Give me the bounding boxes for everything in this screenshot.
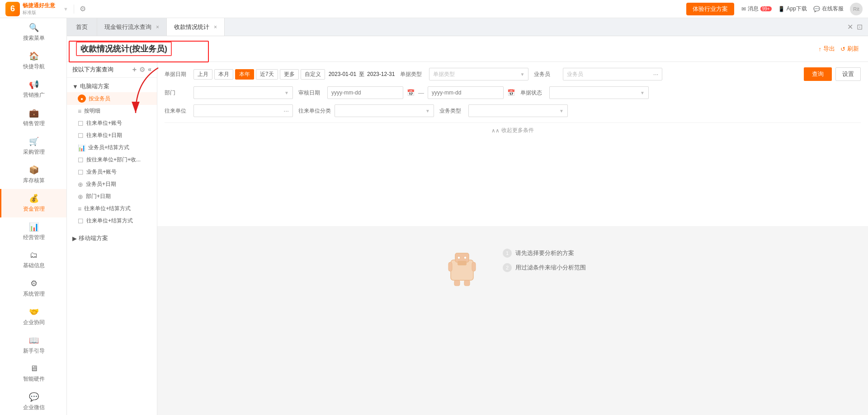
- sidebar-item-nav[interactable]: 🏠 快捷导航: [0, 47, 66, 75]
- staff-more-icon[interactable]: ···: [653, 71, 659, 78]
- scheme-item-dept-date[interactable]: ⊕ 部门+日期: [67, 190, 157, 203]
- sidebar-item-operations[interactable]: 📊 经营管理: [0, 217, 66, 246]
- staff-select[interactable]: 业务员 ···: [563, 68, 662, 80]
- guide-icon: 📖: [29, 335, 39, 345]
- date-tab-this-year[interactable]: 本年: [235, 69, 254, 80]
- filter-group-biztype: 业务类型 ▼: [439, 104, 568, 117]
- sidebar-item-guide[interactable]: 📖 新手引导: [0, 331, 66, 359]
- staff-active-icon: ●: [78, 94, 86, 103]
- date-tab-custom[interactable]: 自定义: [301, 69, 325, 80]
- filter-actions: 查询 设置: [804, 67, 861, 81]
- review-date-end[interactable]: [428, 86, 504, 99]
- tab-bank-flow[interactable]: 现金银行流水查询 ×: [97, 18, 167, 36]
- app-download-btn[interactable]: 📱 App下载: [778, 5, 807, 13]
- scheme-group-desktop-header[interactable]: ▼ 电脑端方案: [67, 80, 157, 92]
- avatar[interactable]: Rit: [850, 3, 863, 15]
- sidebar-item-finance[interactable]: 💰 资金管理: [0, 189, 66, 217]
- partner-more-icon[interactable]: ···: [283, 107, 289, 114]
- svg-rect-5: [448, 262, 452, 271]
- dept-select[interactable]: ▼: [193, 86, 293, 99]
- scheme-panel: 按以下方案查询 + ⚙ « ▼ 电脑端方案: [67, 62, 157, 415]
- scheme-item-partner-date[interactable]: ☐ 往来单位+日期: [67, 129, 157, 141]
- try-solution-btn[interactable]: 体验行业方案: [686, 3, 734, 15]
- partner-date-icon: ☐: [78, 132, 84, 139]
- date-tab-last-month[interactable]: 上月: [193, 69, 212, 80]
- doctype-placeholder: 单据类型: [433, 71, 518, 78]
- online-service-btn[interactable]: 💬 在线客服: [813, 5, 844, 13]
- partner-account-icon: ☐: [78, 120, 84, 127]
- tab-close-all-icon[interactable]: ✕: [847, 23, 853, 31]
- scheme-item-by-detail[interactable]: ≡ 按明细: [67, 105, 157, 117]
- scheme-item-by-staff[interactable]: ● 按业务员: [67, 92, 157, 105]
- calendar-start-icon[interactable]: 📅: [407, 89, 415, 96]
- filter-row-2: 部门 ▼ 审核日期 📅 —: [165, 86, 861, 99]
- biztype-label: 业务类型: [439, 107, 465, 115]
- partner-select[interactable]: ···: [193, 104, 293, 117]
- scheme-item-partner-account[interactable]: ☐ 往来单位+账号: [67, 117, 157, 129]
- doctype-select[interactable]: 单据类型 ▼: [429, 68, 528, 80]
- tab-home[interactable]: 首页: [67, 18, 97, 36]
- sidebar-item-wechat[interactable]: 💬 企业微信: [0, 387, 66, 415]
- scheme-item-staff-account[interactable]: ☐ 业务员+账号: [67, 166, 157, 178]
- sidebar-item-purchase[interactable]: 🛒 采购管理: [0, 132, 66, 160]
- partner-type-select[interactable]: ▼: [335, 104, 434, 117]
- sales-icon: 💼: [29, 108, 39, 118]
- sidebar-item-sales[interactable]: 💼 销售管理: [0, 104, 66, 132]
- scheme-group-mobile-header[interactable]: ▶ 移动端方案: [67, 232, 157, 244]
- refresh-btn[interactable]: ↺ 刷新: [840, 45, 859, 53]
- scheme-collapse-icon[interactable]: «: [148, 66, 151, 74]
- query-btn[interactable]: 查询: [804, 67, 832, 81]
- detail-icon: ≡: [78, 108, 81, 115]
- scheme-item-staff-settle[interactable]: 📊 业务员+结算方式: [67, 141, 157, 154]
- hint-steps: 1 请先选择要分析的方案 2 用过滤条件来缩小分析范围: [503, 244, 586, 272]
- finance-icon: 💰: [29, 193, 39, 203]
- scheme-item-partner-settle3[interactable]: ☐ 往来单位+结算方式: [67, 215, 157, 227]
- collapse-bar[interactable]: ∧∧ 收起更多条件: [165, 123, 861, 138]
- sidebar-item-basic[interactable]: 🗂 基础信息: [0, 246, 66, 274]
- page-header: 收款情况统计(按业务员) ↑ 导出 ↺ 刷新: [67, 36, 868, 62]
- scheme-add-icon[interactable]: +: [132, 66, 137, 74]
- docstatus-arrow-icon: ▼: [640, 90, 645, 95]
- sidebar: 🔍 搜索菜单 🏠 快捷导航 📢 营销推广 💼 销售管理 🛒 采购管理 📦: [0, 18, 67, 415]
- chevron-right-icon: ▶: [72, 235, 77, 242]
- date-tab-more[interactable]: 更多: [280, 69, 299, 80]
- sidebar-item-search[interactable]: 🔍 搜索菜单: [0, 18, 66, 47]
- export-btn[interactable]: ↑ 导出: [819, 45, 835, 53]
- scheme-settings-icon[interactable]: ⚙: [139, 66, 145, 74]
- collapse-up-icon: ∧∧: [491, 127, 500, 134]
- sidebar-item-system[interactable]: ⚙ 系统管理: [0, 274, 66, 302]
- user-dropdown[interactable]: ▼: [63, 6, 68, 12]
- partner-settle2-icon: ≡: [78, 205, 81, 212]
- sidebar-item-marketing[interactable]: 📢 营销推广: [0, 75, 66, 104]
- staff-label: 业务员: [534, 71, 559, 78]
- hint-step-1: 1 请先选择要分析的方案: [503, 249, 586, 258]
- operations-icon: 📊: [29, 222, 39, 232]
- calendar-end-icon[interactable]: 📅: [507, 89, 515, 96]
- scheme-item-partner-dept[interactable]: ☐ 按往来单位+部门+收...: [67, 154, 157, 166]
- tab-collection-stats[interactable]: 收款情况统计 ×: [167, 18, 225, 36]
- gear-settings[interactable]: ⚙: [80, 5, 86, 13]
- settings-btn[interactable]: 设置: [835, 67, 861, 81]
- doctype-arrow-icon: ▼: [520, 72, 525, 77]
- scheme-header: 按以下方案查询 + ⚙ «: [67, 62, 157, 78]
- filter-row-3: 往来单位 ··· 往来单位分类 ▼: [165, 104, 861, 117]
- sidebar-item-hardware[interactable]: 🖥 智能硬件: [0, 359, 66, 387]
- basic-icon: 🗂: [30, 250, 38, 260]
- tab-close-bank-flow[interactable]: ×: [156, 24, 159, 30]
- wechat-icon: 💬: [29, 392, 39, 402]
- sidebar-item-inventory[interactable]: 📦 库存核算: [0, 160, 66, 189]
- date-tab-this-month[interactable]: 本月: [214, 69, 233, 80]
- message-btn[interactable]: ✉ 消息 99+: [741, 5, 772, 13]
- tab-close-collection-stats[interactable]: ×: [214, 24, 217, 30]
- tab-maximize-icon[interactable]: ⊡: [857, 23, 863, 31]
- docstatus-select[interactable]: ▼: [549, 86, 649, 99]
- docstatus-label: 单据状态: [520, 89, 546, 97]
- review-date-start[interactable]: [327, 86, 403, 99]
- scheme-item-staff-date[interactable]: ⊕ 业务员+日期: [67, 178, 157, 190]
- filter-group-dept: 部门 ▼: [165, 86, 293, 99]
- sidebar-item-corp[interactable]: 🤝 企业协同: [0, 302, 66, 331]
- biztype-select[interactable]: ▼: [468, 104, 568, 117]
- scheme-item-partner-settle2[interactable]: ≡ 往来单位+结算方式: [67, 203, 157, 215]
- date-tab-last7[interactable]: 近7天: [256, 69, 278, 80]
- staff-account-icon: ☐: [78, 169, 84, 176]
